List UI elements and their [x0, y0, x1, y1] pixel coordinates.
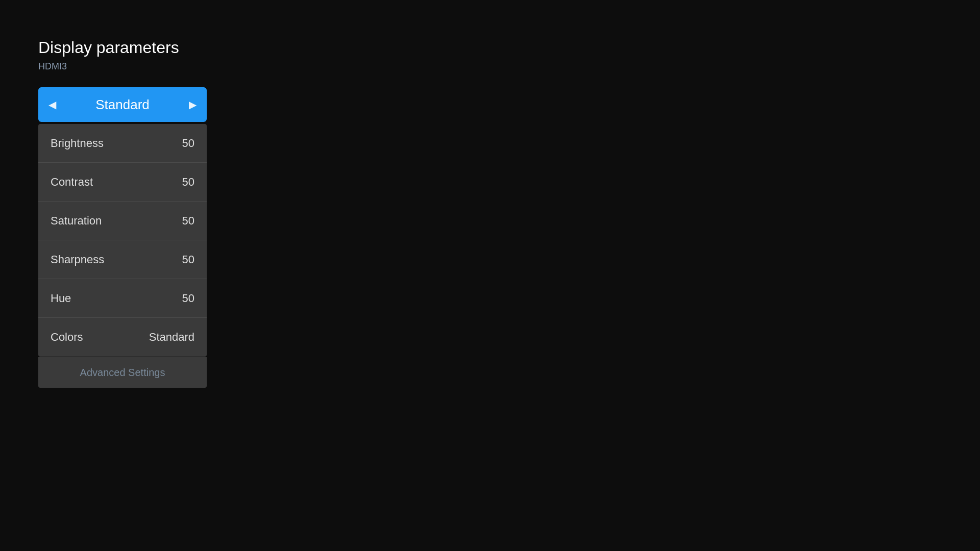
mode-prev-arrow[interactable]: ◀: [48, 98, 56, 111]
hue-value: 50: [182, 292, 194, 305]
hue-label: Hue: [51, 292, 71, 305]
advanced-settings-row[interactable]: Advanced Settings: [38, 357, 207, 388]
mode-next-arrow[interactable]: ▶: [189, 98, 197, 111]
display-parameters-panel: Display parameters HDMI3 ◀ Standard ▶ Br…: [38, 38, 207, 388]
brightness-label: Brightness: [51, 137, 104, 150]
sharpness-row[interactable]: Sharpness 50: [38, 240, 207, 279]
contrast-value: 50: [182, 176, 194, 189]
page-title: Display parameters: [38, 38, 207, 57]
colors-value: Standard: [149, 331, 194, 344]
contrast-row[interactable]: Contrast 50: [38, 163, 207, 202]
saturation-value: 50: [182, 214, 194, 228]
brightness-row[interactable]: Brightness 50: [38, 124, 207, 163]
contrast-label: Contrast: [51, 176, 93, 189]
advanced-settings-label: Advanced Settings: [80, 367, 165, 379]
settings-list: Brightness 50 Contrast 50 Saturation 50 …: [38, 124, 207, 357]
colors-row[interactable]: Colors Standard: [38, 318, 207, 357]
sharpness-value: 50: [182, 253, 194, 266]
brightness-value: 50: [182, 137, 194, 150]
sharpness-label: Sharpness: [51, 253, 104, 266]
hue-row[interactable]: Hue 50: [38, 279, 207, 318]
page-subtitle: HDMI3: [38, 61, 207, 72]
colors-label: Colors: [51, 331, 83, 344]
mode-selector[interactable]: ◀ Standard ▶: [38, 87, 207, 122]
mode-selector-label: Standard: [95, 97, 150, 113]
saturation-row[interactable]: Saturation 50: [38, 202, 207, 240]
saturation-label: Saturation: [51, 214, 102, 228]
